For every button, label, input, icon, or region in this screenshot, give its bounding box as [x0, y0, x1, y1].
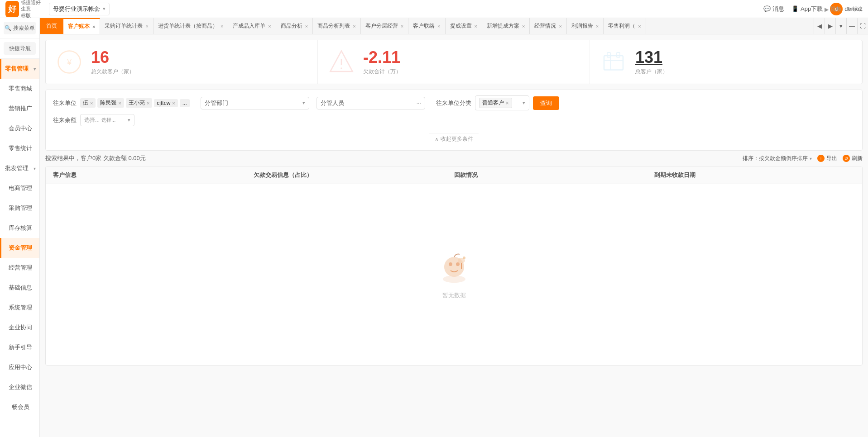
unit-filter-tags: 伍 × 陈民强 × 王小亮 ×: [80, 98, 190, 108]
tab-profit-report[interactable]: 利润报告 ×: [567, 18, 604, 34]
dept-filter-select[interactable]: 分管部门 ▾: [201, 97, 309, 109]
quick-nav-button[interactable]: 快捷导航: [4, 42, 36, 55]
logo-icon: 好: [5, 1, 19, 17]
logo-text: 畅捷通好生意 标版: [21, 0, 45, 19]
tab-close-customer-tier[interactable]: ×: [401, 24, 403, 29]
sidebar-item-ops[interactable]: 经营管理: [0, 258, 39, 278]
search-menu-button[interactable]: 🔍 搜索菜单: [4, 22, 36, 34]
sort-select[interactable]: 排序：按欠款金额倒序排序 ▾: [743, 155, 812, 162]
tab-new-raise[interactable]: 新增提成方案 ×: [482, 18, 530, 34]
tab-retail-profit[interactable]: 零售利润（ ×: [604, 18, 646, 34]
svg-rect-5: [604, 56, 623, 70]
empty-state: 暂无数据: [436, 223, 472, 327]
sidebar-item-retail-stats[interactable]: 零售统计: [0, 138, 39, 158]
stat-label-total-customers: 总客户（家）: [635, 68, 668, 76]
filter-row-1: 往来单位 伍 × 陈民强 × 王小亮: [53, 95, 855, 110]
stat-values-total-customers: 131 总客户（家）: [635, 48, 668, 76]
tab-close-profit[interactable]: ×: [596, 24, 599, 29]
tab-customer-tier[interactable]: 客户分层经营 ×: [361, 18, 408, 34]
tab-accounts[interactable]: 客户账本 ×: [63, 18, 100, 34]
sidebar-item-batch-mgmt[interactable]: 批发管理 ▾: [0, 158, 39, 178]
sidebar-item-finance[interactable]: 资金管理: [0, 238, 39, 258]
person-more-icon: ···: [417, 100, 421, 106]
sidebar-item-enterprise[interactable]: 企业协同: [0, 318, 39, 337]
empty-icon: [436, 250, 472, 286]
message-button[interactable]: 💬 消息: [763, 5, 784, 13]
main-layout: 🔍 搜索菜单 快捷导航 零售管理 ▾ 零售商城 营销推广: [0, 18, 868, 437]
sidebar-item-marketing[interactable]: 营销推广: [0, 99, 39, 119]
tab-close-retail-profit[interactable]: ×: [638, 24, 641, 29]
collapse-button[interactable]: ∧ 收起更多条件: [429, 133, 479, 145]
app-download-button[interactable]: 📱 App下载: [791, 5, 823, 13]
category-tag-close[interactable]: ×: [506, 100, 509, 106]
sidebar-item-vip[interactable]: 畅会员: [0, 397, 39, 417]
refresh-icon: ↺: [843, 155, 850, 162]
sidebar-item-ecom[interactable]: 电商管理: [0, 178, 39, 198]
sort-chevron-icon: ▾: [810, 156, 812, 161]
tab-product-analysis[interactable]: 商品分析 ×: [276, 18, 313, 34]
tab-close-new-raise[interactable]: ×: [522, 24, 525, 29]
svg-rect-7: [617, 52, 620, 57]
tab-inbound-stats[interactable]: 进货单统计表（按商品） ×: [153, 18, 228, 34]
filter-tag-wang: 王小亮 ×: [126, 98, 152, 108]
stats-row: ¥ 16 总欠款客户（家）: [45, 40, 863, 84]
tab-close-customer-connect[interactable]: ×: [437, 24, 440, 29]
category-tag-normal: 普通客户 ×: [479, 98, 512, 108]
tag-close-wu[interactable]: ×: [90, 100, 93, 106]
workspace-selector[interactable]: 母婴行业演示帐套 ▾: [49, 3, 110, 15]
tab-minimize-button[interactable]: —: [846, 18, 857, 34]
tab-close-raise[interactable]: ×: [475, 24, 477, 29]
tag-close-wang[interactable]: ×: [147, 100, 149, 106]
app-container: 好 畅捷通好生意 标版 母婴行业演示帐套 ▾ 💬 消息 📱 App下载 d de…: [0, 0, 868, 437]
chevron-up-icon: ∧: [435, 136, 439, 142]
sidebar-item-newbie[interactable]: 新手引导: [0, 337, 39, 357]
result-bar: 搜索结果中，客户0家 欠款金额 0.00元 排序：按欠款金额倒序排序 ▾ ↑ 导…: [45, 154, 863, 162]
tab-prev-button[interactable]: ◀: [814, 18, 825, 34]
refresh-button[interactable]: ↺ 刷新: [843, 155, 863, 162]
tab-raise-settings[interactable]: 提成设置 ×: [446, 18, 482, 34]
col-due-date: 到期未收款日期: [654, 171, 855, 179]
tab-close-ops[interactable]: ×: [559, 24, 561, 29]
tab-close-inbound[interactable]: ×: [221, 24, 223, 29]
balance-filter-select[interactable]: 选择... 选择... ▾: [80, 114, 134, 126]
tab-close-product-list[interactable]: ×: [353, 24, 355, 29]
col-repayment: 回款情况: [454, 171, 655, 179]
tab-next-button[interactable]: ▶: [825, 18, 835, 34]
stat-card-total-customers: 131 总客户（家）: [590, 40, 862, 84]
sidebar-item-retail-mgmt[interactable]: 零售管理 ▾: [0, 59, 39, 79]
stat-number-total-customers: 131: [635, 48, 668, 66]
tab-customer-connect[interactable]: 客户联络 ×: [408, 18, 445, 34]
sidebar-item-basic[interactable]: 基础信息: [0, 278, 39, 298]
tab-ops-status[interactable]: 经营情况 ×: [530, 18, 566, 34]
page-content: ¥ 16 总欠款客户（家）: [40, 34, 868, 437]
query-button[interactable]: 查询: [533, 96, 559, 110]
tab-menu-button[interactable]: ▾: [835, 18, 846, 34]
person-filter-select[interactable]: 分管人员 ···: [317, 97, 425, 109]
tag-close-chen[interactable]: ×: [118, 100, 121, 106]
sidebar-item-retail-mall[interactable]: 零售商城: [0, 79, 39, 99]
sidebar-item-system[interactable]: 系统管理: [0, 298, 39, 318]
sidebar-item-member[interactable]: 会员中心: [0, 119, 39, 138]
tab-product-analysis-list[interactable]: 商品分析列表 ×: [313, 18, 360, 34]
tab-maximize-button[interactable]: ⛶: [857, 18, 868, 34]
sidebar-item-purchase[interactable]: 采购管理: [0, 198, 39, 218]
unit-category-select[interactable]: 普通客户 × ▾: [475, 95, 529, 110]
export-button[interactable]: ↑ 导出: [817, 155, 837, 162]
workspace-chevron-icon: ▾: [103, 6, 106, 12]
tab-close-product-analysis[interactable]: ×: [305, 24, 308, 29]
filter-tag-more[interactable]: ...: [180, 99, 190, 107]
tab-home[interactable]: 首页: [40, 18, 63, 34]
tab-close-accounts[interactable]: ×: [92, 24, 95, 29]
sidebar-menu: 零售管理 ▾ 零售商城 营销推广 会员中心 零售统计 批发管理 ▾: [0, 59, 39, 437]
sidebar: 🔍 搜索菜单 快捷导航 零售管理 ▾ 零售商城 营销推广: [0, 18, 40, 437]
tab-close-product-inbound[interactable]: ×: [268, 24, 271, 29]
tag-close-cjttcw[interactable]: ×: [172, 100, 175, 106]
sidebar-item-inventory[interactable]: 库存核算: [0, 218, 39, 238]
filter-tag-chen: 陈民强 ×: [97, 98, 124, 108]
sidebar-item-appcenter[interactable]: 应用中心: [0, 357, 39, 377]
tab-product-inbound[interactable]: 产成品入库单 ×: [228, 18, 276, 34]
sidebar-item-wechat[interactable]: 企业微信: [0, 377, 39, 397]
total-customers-icon: [599, 48, 628, 76]
tab-purchase-stats[interactable]: 采购订单统计表 ×: [100, 18, 153, 34]
tab-close-purchase[interactable]: ×: [145, 24, 148, 29]
